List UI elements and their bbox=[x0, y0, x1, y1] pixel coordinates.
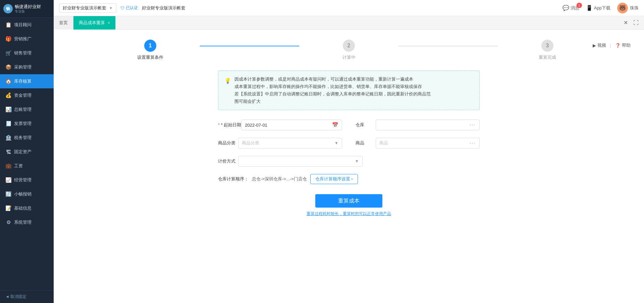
start-date-field: * * 起始日期 📅 bbox=[218, 120, 342, 130]
project-icon: 📋 bbox=[5, 22, 11, 28]
step-1-label: 设置重算条件 bbox=[137, 54, 163, 60]
step-1: 1 设置重算条件 bbox=[101, 40, 200, 60]
tab-home[interactable]: 首页 bbox=[54, 16, 73, 30]
invoice-icon: 🧾 bbox=[5, 121, 11, 127]
step-line-2 bbox=[398, 46, 498, 46]
warehouse-label: 仓库 bbox=[356, 122, 376, 128]
warehouse-input[interactable]: ··· bbox=[376, 120, 480, 130]
close-window-icon[interactable]: ✕ bbox=[622, 18, 629, 27]
topbar: 好业财专业版演示帐套 ▼ 🛡 已认证 好业财专业版演示帐套 💬 消息 1 📱 A… bbox=[54, 0, 644, 16]
step-2: 2 计算中 bbox=[299, 40, 398, 60]
system-icon: ⚙ bbox=[5, 219, 11, 225]
expand-icon[interactable]: ⛶ bbox=[632, 18, 640, 27]
sidebar-item-purchase[interactable]: 📦 采购管理 bbox=[0, 60, 54, 74]
logo-icon: 畅 bbox=[3, 4, 13, 13]
warehouse-order-settings-button[interactable]: 仓库计算顺序设置 › bbox=[310, 174, 358, 184]
tabbar-right: ✕ ⛶ bbox=[622, 18, 644, 27]
form-row-1: * * 起始日期 📅 仓库 ··· bbox=[218, 120, 480, 130]
message-icon: 💬 bbox=[562, 5, 569, 11]
sidebar-item-marketing[interactable]: 🎁 营销推广 bbox=[0, 32, 54, 46]
steps-help: ▶ 视频 | ❓ 帮助 bbox=[593, 42, 631, 48]
product-dots-icon: ··· bbox=[470, 140, 476, 146]
product-label: 商品 bbox=[356, 140, 376, 146]
calendar-icon[interactable]: 📅 bbox=[332, 122, 338, 128]
marketing-icon: 🎁 bbox=[5, 36, 11, 42]
sidebar-item-expense[interactable]: 🔄 小畅报销 bbox=[0, 187, 54, 201]
shield-icon: 🛡 bbox=[120, 6, 124, 10]
notice-text: 因成本计算参数调整，或是对商品成本有疑问时，可以通过成本重算功能，重新计算一遍成… bbox=[234, 76, 431, 105]
sidebar-item-salary[interactable]: 💼 工资 bbox=[0, 159, 54, 173]
sidebar-item-finance[interactable]: 💰 资金管理 bbox=[0, 88, 54, 102]
sidebar-item-tax[interactable]: 🏦 税务管理 bbox=[0, 131, 54, 145]
video-link[interactable]: ▶ 视频 bbox=[593, 42, 606, 48]
warehouse-order-value: 总仓->深圳仓库->...->门店仓 bbox=[252, 176, 307, 182]
sidebar-item-sales[interactable]: 🛒 销售管理 bbox=[0, 46, 54, 60]
sidebar-item-inventory[interactable]: 🏠 库存核算 bbox=[0, 74, 54, 88]
tax-icon: 🏦 bbox=[5, 135, 11, 141]
form-row-2: 商品分类 商品分类 ▼ 商品 商品 ··· bbox=[218, 138, 480, 148]
finance-icon: 💰 bbox=[5, 92, 11, 98]
topbar-actions: 💬 消息 1 📱 App下载 🐻 珠珠 bbox=[562, 3, 639, 13]
basic-icon: 📝 bbox=[5, 205, 11, 211]
sidebar-item-assets[interactable]: 🏗 固定资产 bbox=[0, 145, 54, 159]
sidebar-item-project[interactable]: 📋 项目顾问 bbox=[0, 18, 54, 32]
sidebar-item-invoice[interactable]: 🧾 发票管理 bbox=[0, 117, 54, 131]
recalc-hint: 重算过程耗时较长，重算时您可以正常使用产品 bbox=[307, 211, 391, 217]
question-icon: ❓ bbox=[615, 43, 621, 48]
main-area: 好业财专业版演示帐套 ▼ 🛡 已认证 好业财专业版演示帐套 💬 消息 1 📱 A… bbox=[54, 0, 644, 303]
sales-icon: 🛒 bbox=[5, 50, 11, 56]
accounting-icon: 📊 bbox=[5, 106, 11, 113]
sidebar: 畅 畅捷通好业财 专业版 📋 项目顾问 🎁 营销推广 🛒 销售管理 📦 采购管理… bbox=[0, 0, 54, 303]
tab-cost-recalc[interactable]: 商品成本重算 × bbox=[73, 16, 116, 30]
pricing-field: 计价方式 ▼ bbox=[218, 156, 480, 167]
expense-icon: 🔄 bbox=[5, 191, 11, 197]
step-2-label: 计算中 bbox=[342, 54, 356, 60]
tabbar: 首页 商品成本重算 × ✕ ⛶ bbox=[54, 16, 644, 30]
recalculate-button[interactable]: 重算成本 bbox=[315, 194, 382, 208]
product-field: 商品 商品 ··· bbox=[356, 138, 480, 148]
step-3-circle: 3 bbox=[541, 40, 553, 52]
notice-box: 💡 因成本计算参数调整，或是对商品成本有疑问时，可以通过成本重算功能，重新计算一… bbox=[218, 71, 480, 110]
sidebar-item-operation[interactable]: 📈 经营管理 bbox=[0, 173, 54, 187]
help-link[interactable]: ❓ 帮助 bbox=[615, 42, 631, 48]
step-2-circle: 2 bbox=[343, 40, 355, 52]
account-selector[interactable]: 好业财专业版演示帐套 ▼ bbox=[59, 3, 116, 13]
product-input[interactable]: 商品 ··· bbox=[376, 138, 480, 148]
category-select[interactable]: 商品分类 ▼ bbox=[238, 138, 342, 148]
tab-close-icon[interactable]: × bbox=[108, 20, 110, 25]
start-date-label: * * 起始日期 bbox=[218, 122, 241, 128]
pricing-chevron: ▼ bbox=[355, 159, 359, 164]
operation-icon: 📈 bbox=[5, 177, 11, 183]
account-name: 好业财专业版演示帐套 bbox=[142, 5, 185, 11]
step-1-circle: 1 bbox=[144, 40, 156, 52]
pricing-select[interactable]: ▼ bbox=[238, 156, 363, 167]
pricing-label: 计价方式 bbox=[218, 158, 238, 164]
warning-icon: 💡 bbox=[224, 76, 231, 85]
step-3-label: 重算完成 bbox=[539, 54, 556, 60]
category-label: 商品分类 bbox=[218, 140, 238, 146]
message-button[interactable]: 💬 消息 1 bbox=[562, 5, 579, 11]
phone-icon: 📱 bbox=[586, 5, 593, 11]
inventory-icon: 🏠 bbox=[5, 78, 11, 84]
warehouse-field: 仓库 ··· bbox=[356, 120, 480, 130]
account-selector-chevron: ▼ bbox=[109, 6, 113, 10]
message-badge: 1 bbox=[577, 3, 582, 8]
step-line-1 bbox=[200, 46, 299, 46]
purchase-icon: 📦 bbox=[5, 64, 11, 70]
unpin-button[interactable]: ◄ 取消固定 bbox=[0, 290, 54, 303]
start-date-input[interactable]: 📅 bbox=[241, 120, 342, 130]
steps-container: 1 设置重算条件 2 计算中 3 重算完成 ▶ 视频 | ❓ bbox=[67, 40, 631, 60]
app-download-button[interactable]: 📱 App下载 bbox=[586, 5, 610, 11]
start-date-value[interactable] bbox=[245, 123, 332, 128]
recalc-area: 重算成本 重算过程耗时较长，重算时您可以正常使用产品 bbox=[218, 194, 480, 217]
warehouse-order-row: 仓库计算顺序： 总仓->深圳仓库->...->门店仓 仓库计算顺序设置 › bbox=[218, 174, 480, 184]
step-3: 3 重算完成 bbox=[498, 40, 597, 60]
content-area: 1 设置重算条件 2 计算中 3 重算完成 ▶ 视频 | ❓ bbox=[54, 30, 644, 303]
category-chevron: ▼ bbox=[334, 141, 338, 145]
user-profile[interactable]: 🐻 珠珠 bbox=[617, 3, 639, 13]
sidebar-item-system[interactable]: ⚙ 系统管理 bbox=[0, 215, 54, 229]
form-area: * * 起始日期 📅 仓库 ··· 商品分类 bbox=[218, 120, 480, 217]
sidebar-item-accounting[interactable]: 📊 总账管理 bbox=[0, 102, 54, 117]
sidebar-item-basic[interactable]: 📝 基础信息 bbox=[0, 201, 54, 215]
warehouse-order-label: 仓库计算顺序： bbox=[218, 176, 249, 182]
